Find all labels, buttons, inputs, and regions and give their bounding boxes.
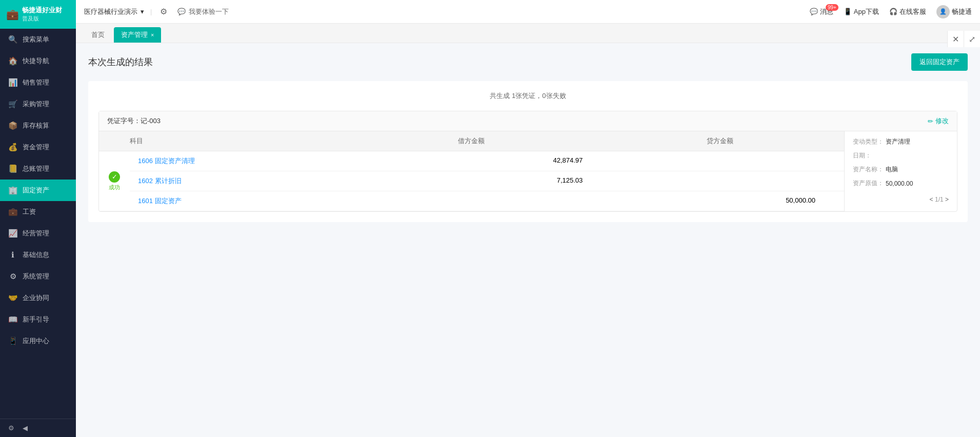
company-selector[interactable]: 医疗器械行业演示 ▾ [84,7,144,16]
success-label: 成功 [109,184,120,191]
voucher-section: 凭证字号：记-003 ✏ 修改 科目 借方金额 贷方金额 [98,111,957,212]
voucher-table: 科目 借方金额 贷方金额 ✓ 成功 16 [99,131,844,211]
sidebar-label-sales: 销售管理 [23,78,49,87]
expand-dialog-btn[interactable]: ⤢ [964,31,980,47]
table-row-group: ✓ 成功 1606 固定资产清理 42,874.97 160 [99,151,844,211]
sidebar-label-operations: 经营管理 [23,229,49,238]
dialog-controls: ✕ ⤢ [947,31,980,47]
info-asset-name: 资产名称： 电脑 [853,165,949,174]
sidebar: 💼 畅捷通好业财 普及版 🔍 搜索菜单 🏠 快捷导航 📊 销售管理 🛒 采购管理… [0,0,76,437]
edit-button[interactable]: ✏ 修改 [928,116,949,126]
sidebar-item-sales[interactable]: 📊 销售管理 [0,72,76,93]
operations-icon: 📈 [8,229,17,238]
tab-asset-management[interactable]: 资产管理 × [114,27,161,43]
tab-home-label: 首页 [91,31,105,38]
feedback-btn[interactable]: 💬 我要体验一下 [177,7,229,16]
sidebar-scroll: 🔍 搜索菜单 🏠 快捷导航 📊 销售管理 🛒 采购管理 📦 库存核算 💰 资金管… [0,29,76,419]
sidebar-item-quick-nav[interactable]: 🏠 快捷导航 [0,50,76,72]
table-rows-area: 1606 固定资产清理 42,874.97 1602 累计折旧 7,125.03 [130,151,844,211]
tabbar: 首页 资产管理 × [76,24,980,43]
asset-name-value: 电脑 [886,165,898,174]
page-info: 1/1 [935,196,945,203]
sidebar-label-cooperation: 企业协同 [23,293,49,303]
sidebar-collapse-btn[interactable]: ◀ [23,424,28,432]
username: 畅捷通 [952,7,972,16]
app-download-btn[interactable]: 📱 App下载 [844,7,879,16]
message-badge: 99+ [826,4,838,11]
info-date: 日期： [853,151,949,160]
home-icon: 🏠 [8,56,17,66]
sidebar-item-system[interactable]: ⚙ 系统管理 [0,266,76,287]
sidebar-label-quick-nav: 快捷导航 [23,56,49,66]
sidebar-item-app-center[interactable]: 📱 应用中心 [0,330,76,352]
voucher-body: 科目 借方金额 贷方金额 ✓ 成功 16 [99,131,957,211]
sidebar-label-basic-info: 基础信息 [23,250,49,260]
th-subject: 科目 [99,131,347,151]
sidebar-item-inventory[interactable]: 📦 库存核算 [0,115,76,136]
info-panel: 变动类型： 资产清理 日期： 资产名称： 电脑 资产原值： [844,131,957,211]
sidebar-item-purchase[interactable]: 🛒 采购管理 [0,93,76,115]
tab-close-icon[interactable]: × [151,32,154,38]
app-center-icon: 📱 [8,336,17,346]
sidebar-item-operations[interactable]: 📈 经营管理 [0,223,76,244]
ledger-icon: 📒 [8,164,17,173]
sidebar-item-payroll[interactable]: 💼 工资 [0,201,76,223]
info-change-type: 变动类型： 资产清理 [853,137,949,146]
app-name: 畅捷通好业财 [22,6,62,15]
guide-icon: 📖 [8,315,17,324]
sidebar-label-inventory: 库存核算 [23,121,49,130]
table-row: 1601 固定资产 50,000.00 [130,191,844,211]
settings-icon[interactable]: ⚙ [160,7,167,16]
voucher-header: 凭证字号：记-003 ✏ 修改 [99,111,957,131]
system-icon: ⚙ [8,272,17,281]
cell-credit-3: 50,000.00 [603,196,836,206]
cell-credit-2 [603,176,836,186]
fixed-assets-icon: 🏢 [8,186,17,195]
success-status: ✓ 成功 [99,167,130,195]
user-btn[interactable]: 👤 畅捷通 [936,5,972,18]
feedback-icon: 💬 [177,8,186,15]
close-dialog-btn[interactable]: ✕ [947,31,964,47]
logo-icon: 💼 [6,8,19,21]
cell-subject-2: 1602 累计折旧 [138,176,371,186]
return-button[interactable]: 返回固定资产 [911,53,968,71]
prev-page-btn[interactable]: < [930,196,933,203]
purchase-icon: 🛒 [8,100,17,109]
sidebar-item-basic-info[interactable]: ℹ 基础信息 [0,244,76,266]
cell-credit-1 [603,156,836,166]
topbar-right: 💬 消息 99+ 📱 App下载 🎧 在线客服 👤 畅捷通 [810,5,972,18]
cell-debit-2: 7,125.03 [371,176,604,186]
sidebar-label-guide: 新手引导 [23,315,49,324]
online-service-btn[interactable]: 🎧 在线客服 [889,7,926,16]
avatar: 👤 [936,5,950,18]
online-service-label: 在线客服 [899,7,926,16]
sidebar-settings-icon[interactable]: ⚙ [8,424,14,432]
table-header: 科目 借方金额 贷方金额 [99,131,844,151]
info-original-value: 资产原值： 50,000.00 [853,179,949,188]
original-value: 50,000.00 [886,180,913,187]
cooperation-icon: 🤝 [8,293,17,303]
date-label: 日期： [853,151,884,160]
message-icon: 💬 [810,8,818,15]
message-btn[interactable]: 💬 消息 99+ [810,7,833,16]
tab-home[interactable]: 首页 [84,27,112,43]
search-icon: 🔍 [8,35,17,44]
tab-active-label: 资产管理 [121,30,148,39]
sidebar-bottom: ⚙ ◀ [0,419,76,437]
sidebar-item-funds[interactable]: 💰 资金管理 [0,136,76,158]
sidebar-label-ledger: 总账管理 [23,164,49,173]
sidebar-label-search: 搜索菜单 [23,35,49,44]
cell-subject-3: 1601 固定资产 [138,196,371,206]
original-value-label: 资产原值： [853,179,884,188]
sidebar-item-cooperation[interactable]: 🤝 企业协同 [0,287,76,309]
headset-icon: 🎧 [889,8,897,15]
sidebar-item-guide[interactable]: 📖 新手引导 [0,309,76,330]
sidebar-item-fixed-assets[interactable]: 🏢 固定资产 [0,180,76,201]
content-area: 本次生成的结果 返回固定资产 共生成 1张凭证，0张失败 凭证字号：记-003 … [76,43,980,437]
sidebar-item-search[interactable]: 🔍 搜索菜单 [0,29,76,50]
sidebar-item-ledger[interactable]: 📒 总账管理 [0,158,76,180]
topbar: 医疗器械行业演示 ▾ | ⚙ 💬 我要体验一下 💬 消息 99+ 📱 App下载… [76,0,980,24]
next-page-btn[interactable]: > [945,196,949,203]
pagination: < 1/1 > [853,196,949,203]
payroll-icon: 💼 [8,207,17,216]
